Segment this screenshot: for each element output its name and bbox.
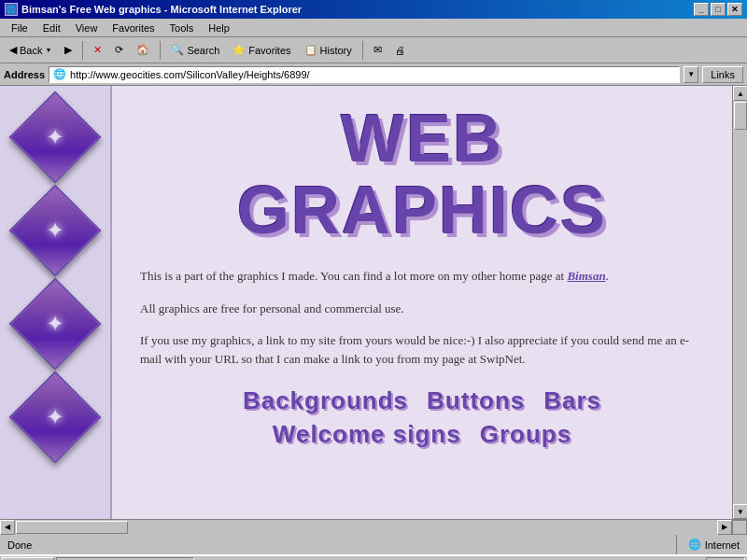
diamond-4	[9, 371, 102, 464]
menu-file[interactable]: File	[4, 21, 35, 35]
nav-links: Backgrounds Buttons Bars	[140, 386, 704, 415]
desc-text-1: This is a part of the graphics I made. Y…	[140, 269, 564, 283]
main-content: WEB GRAPHICS This is a part of the graph…	[112, 86, 732, 519]
scroll-track	[733, 101, 747, 504]
nav-groups[interactable]: Groups	[480, 420, 571, 449]
page-title-graphics: GRAPHICS	[140, 176, 704, 244]
status-bar: Done 🌐 Internet	[0, 534, 747, 554]
menu-tools[interactable]: Tools	[162, 21, 202, 35]
forward-icon: ▶	[64, 44, 72, 56]
search-icon: 🔍	[171, 44, 184, 56]
scrollbar-vertical[interactable]: ▲ ▼	[732, 86, 747, 519]
search-button[interactable]: 🔍 Search	[165, 40, 225, 61]
forward-button[interactable]: ▶	[59, 40, 78, 61]
left-sidebar	[0, 86, 112, 519]
back-icon: ◀	[9, 44, 17, 56]
diamond-2	[9, 185, 102, 277]
history-button[interactable]: 📋 History	[299, 40, 358, 61]
address-label: Address	[4, 69, 45, 80]
scroll-up-button[interactable]: ▲	[733, 86, 747, 101]
nav-welcome-signs[interactable]: Welcome signs	[273, 420, 461, 449]
history-label: History	[320, 45, 352, 56]
menu-favorites[interactable]: Favorites	[105, 21, 162, 35]
scroll-down-button[interactable]: ▼	[733, 504, 747, 519]
close-button[interactable]: ✕	[727, 3, 742, 16]
nav-bars[interactable]: Bars	[543, 386, 601, 415]
menu-view[interactable]: View	[68, 21, 106, 35]
scroll-left-button[interactable]: ◀	[0, 520, 15, 535]
diamond-1	[9, 91, 102, 184]
internet-icon: 🌐	[688, 539, 701, 551]
menu-edit[interactable]: Edit	[35, 21, 68, 35]
toolbar: ◀ Back ▼ ▶ ✕ ⟳ 🏠 🔍 Search ⭐ Favorites 📋 …	[0, 37, 747, 63]
home-icon: 🏠	[136, 44, 149, 56]
hscroll-track	[15, 520, 717, 535]
toolbar-sep2	[160, 41, 161, 60]
browser-content: WEB GRAPHICS This is a part of the graph…	[0, 86, 747, 519]
page-title-web: WEB	[140, 105, 704, 172]
favorites-label: Favorites	[248, 45, 290, 56]
nav-backgrounds[interactable]: Backgrounds	[243, 386, 408, 415]
address-input-container: 🌐 http://www.geocities.com/SiliconValley…	[49, 66, 680, 83]
mail-button[interactable]: ✉	[368, 40, 388, 61]
favorites-icon: ⭐	[233, 44, 246, 56]
toolbar-sep3	[362, 41, 363, 60]
minimize-button[interactable]: _	[694, 3, 709, 16]
refresh-button[interactable]: ⟳	[109, 40, 129, 61]
print-button[interactable]: 🖨	[389, 40, 411, 61]
description-3: If you use my graphics, a link to my sit…	[140, 331, 704, 368]
menu-help[interactable]: Help	[201, 21, 237, 35]
address-page-icon: 🌐	[53, 68, 66, 80]
title-bar: 🌐 Bimsan's Free Web graphics - Microsoft…	[0, 0, 747, 19]
scroll-thumb[interactable]	[734, 102, 747, 130]
maximize-button[interactable]: □	[711, 3, 726, 16]
address-url[interactable]: http://www.geocities.com/SiliconValley/H…	[70, 69, 310, 80]
menu-bar: File Edit View Favorites Tools Help	[0, 19, 747, 37]
status-text: Done	[0, 535, 677, 554]
refresh-icon: ⟳	[115, 44, 123, 56]
webpage: WEB GRAPHICS This is a part of the graph…	[0, 86, 732, 519]
address-dropdown-button[interactable]: ▼	[684, 66, 698, 83]
scroll-corner	[732, 520, 747, 535]
zone-label: Internet	[705, 539, 740, 551]
stop-icon: ✕	[93, 44, 102, 56]
history-icon: 📋	[304, 44, 317, 56]
home-button[interactable]: 🏠	[131, 40, 155, 61]
taskbar: 🪟 Start 🌐 Bimsan's Free Web gr... 17:03	[0, 554, 747, 560]
scroll-right-button[interactable]: ▶	[717, 520, 732, 535]
description-2: All graphics are free for personal and c…	[140, 300, 704, 318]
diamond-3	[9, 278, 102, 371]
search-label: Search	[187, 45, 219, 56]
scrollbar-horizontal-container: ◀ ▶	[0, 519, 747, 534]
hscroll-thumb[interactable]	[16, 521, 128, 534]
links-button[interactable]: Links	[702, 66, 743, 83]
nav-links-row2: Welcome signs Groups	[140, 420, 704, 449]
address-bar: Address 🌐 http://www.geocities.com/Silic…	[0, 63, 747, 86]
toolbar-sep1	[82, 41, 83, 60]
scrollbar-horizontal[interactable]: ◀ ▶	[0, 520, 732, 535]
stop-button[interactable]: ✕	[88, 40, 107, 61]
nav-buttons[interactable]: Buttons	[427, 386, 525, 415]
mail-icon: ✉	[374, 44, 382, 56]
description-1: This is a part of the graphics I made. Y…	[140, 267, 704, 286]
print-icon: 🖨	[395, 45, 405, 56]
status-zone: 🌐 Internet	[681, 535, 747, 554]
back-dropdown-icon[interactable]: ▼	[45, 47, 51, 53]
window-icon: 🌐	[5, 3, 18, 16]
desc-period: .	[606, 269, 609, 283]
back-label: Back	[20, 45, 42, 56]
bimsan-link[interactable]: Bimsan	[567, 269, 605, 283]
favorites-button[interactable]: ⭐ Favorites	[227, 40, 296, 61]
back-button[interactable]: ◀ Back ▼	[4, 40, 57, 61]
window-title: Bimsan's Free Web graphics - Microsoft I…	[21, 4, 302, 15]
